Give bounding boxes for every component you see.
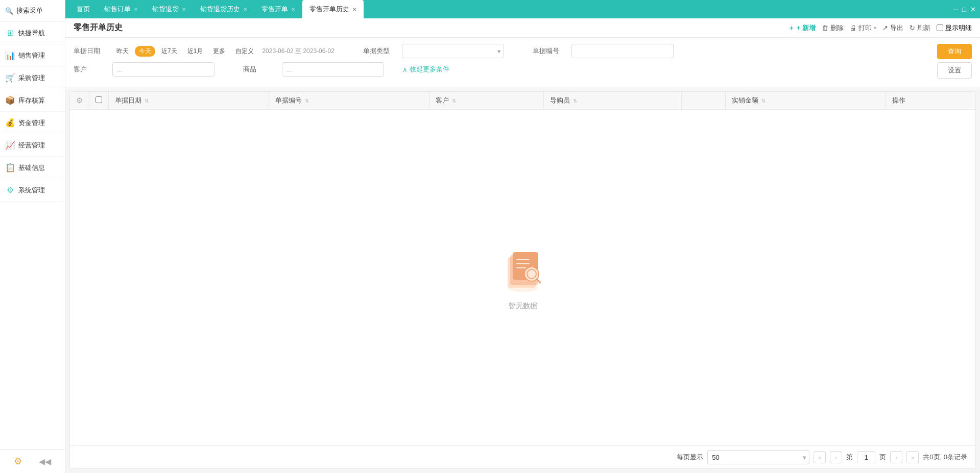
number-filter-label: 单据编号 [533, 46, 563, 56]
sidebar-item-label: 基础信息 [18, 163, 45, 172]
th-action-label: 操作 [892, 96, 905, 104]
th-number-label: 单据编号 [275, 96, 302, 104]
add-icon: ＋ [788, 23, 795, 33]
inventory-icon: 📦 [5, 95, 15, 105]
sidebar-item-finance[interactable]: 💰 资金管理 [0, 112, 65, 134]
tab-sales-order-close[interactable]: ✕ [134, 7, 138, 12]
th-amount[interactable]: 实销金额 ⇅ [726, 92, 886, 110]
tab-sales-return-label: 销货退货 [152, 5, 179, 14]
number-input[interactable] [571, 44, 674, 58]
th-customer[interactable]: 客户 ⇅ [429, 92, 544, 110]
per-page-select[interactable]: 50 10 20 100 [707, 450, 809, 464]
sidebar: 🔍 搜索采单 ⊞ 快捷导航 📊 销售管理 🛒 采购管理 📦 库存核算 💰 资金管… [0, 0, 65, 473]
refresh-button[interactable]: ↻ 刷新 [910, 23, 930, 33]
tab-retail-open-close[interactable]: ✕ [291, 7, 295, 12]
date-option-1month[interactable]: 近1月 [183, 46, 207, 57]
add-button[interactable]: ＋ + 新增 [788, 23, 816, 33]
tab-sales-return-close[interactable]: ✕ [182, 7, 186, 12]
prev-page-button[interactable]: ‹ [830, 451, 842, 463]
tabs-bar: 首页 销售订单 ✕ 销货退货 ✕ 销货退货历史 ✕ 零售开单 ✕ 零售开单历史 … [65, 0, 980, 18]
tab-retail-history-close[interactable]: ✕ [352, 7, 356, 12]
search-icon: 🔍 [5, 7, 13, 15]
export-icon: ↗ [882, 24, 888, 32]
filter-fields: 单据日期 昨天 今天 近7天 近1月 更多 自定义 2023-06-02 至 2… [74, 44, 937, 81]
query-button[interactable]: 查询 [937, 44, 972, 59]
empty-icon [497, 244, 548, 295]
sidebar-search[interactable]: 🔍 搜索采单 [0, 0, 65, 22]
refresh-icon: ↻ [910, 24, 915, 32]
empty-state: 暂无数据 [70, 110, 975, 445]
close-button[interactable]: ✕ [970, 6, 976, 13]
th-spacer [681, 92, 726, 110]
th-guide[interactable]: 导购员 ⇅ [544, 92, 681, 110]
th-settings[interactable]: ⚙ [70, 92, 89, 110]
date-option-custom[interactable]: 自定义 [231, 46, 258, 57]
delete-button[interactable]: 🗑 删除 [822, 23, 844, 33]
export-button[interactable]: ↗ 导出 [882, 23, 903, 33]
display-detail-checkbox[interactable] [937, 24, 943, 31]
delete-icon: 🗑 [822, 24, 828, 32]
minimize-button[interactable]: ─ [953, 6, 958, 13]
customer-input[interactable]: ... [112, 62, 214, 77]
date-option-today[interactable]: 今天 [135, 46, 155, 57]
ops-icon: 📈 [5, 140, 15, 150]
print-dropdown-icon: ▾ [874, 25, 876, 31]
tab-retail-open[interactable]: 零售开单 ✕ [254, 0, 302, 18]
filter-area: 单据日期 昨天 今天 近7天 近1月 更多 自定义 2023-06-02 至 2… [65, 38, 980, 87]
pagination: 每页显示 50 10 20 100 « ‹ 第 页 › [70, 445, 975, 468]
th-action: 操作 [886, 92, 975, 110]
tab-sales-return[interactable]: 销货退货 ✕ [145, 0, 193, 18]
date-option-yesterday[interactable]: 昨天 [112, 46, 133, 57]
tab-home-label: 首页 [77, 5, 90, 14]
th-number[interactable]: 单据编号 ⇅ [269, 92, 429, 110]
settings-button[interactable]: 设置 [937, 62, 972, 79]
tab-sales-order[interactable]: 销售订单 ✕ [97, 0, 145, 18]
table-gear-icon[interactable]: ⚙ [76, 96, 83, 105]
first-page-button[interactable]: « [814, 451, 826, 463]
sidebar-item-ops[interactable]: 📈 经营管理 [0, 134, 65, 157]
th-date[interactable]: 单据日期 ⇅ [109, 92, 269, 110]
tab-home[interactable]: 首页 [69, 0, 97, 18]
system-icon: ⚙ [5, 185, 15, 195]
last-page-button[interactable]: » [906, 451, 919, 463]
collapse-button[interactable]: ∧ 收起更多条件 [402, 65, 449, 74]
collapse-icon: ∧ [402, 66, 408, 73]
th-checkbox[interactable] [89, 92, 109, 110]
add-label: + 新增 [797, 23, 816, 33]
prev-page-icon: ‹ [835, 454, 837, 461]
collapse-sidebar-icon[interactable]: ◀◀ [39, 457, 51, 466]
print-icon: 🖨 [850, 24, 856, 32]
next-page-button[interactable]: › [890, 451, 902, 463]
collapse-label: 收起更多条件 [410, 65, 449, 74]
tab-retail-history[interactable]: 零售开单历史 ✕ [302, 0, 364, 18]
select-all-checkbox[interactable] [95, 96, 102, 103]
product-placeholder: ... [286, 66, 292, 73]
tab-sales-order-label: 销售订单 [104, 5, 131, 14]
settings-gear-icon[interactable]: ⚙ [14, 456, 22, 467]
sidebar-search-label: 搜索采单 [16, 6, 43, 15]
sidebar-item-inventory[interactable]: 📦 库存核算 [0, 89, 65, 112]
main-content: 首页 销售订单 ✕ 销货退货 ✕ 销货退货历史 ✕ 零售开单 ✕ 零售开单历史 … [65, 0, 980, 473]
page-number-input[interactable] [857, 451, 875, 463]
date-option-more[interactable]: 更多 [209, 46, 229, 57]
table-head: ⚙ 单据日期 ⇅ 单据编号 ⇅ [70, 92, 975, 110]
per-page-select-wrapper: 50 10 20 100 [707, 450, 809, 464]
export-label: 导出 [890, 23, 903, 33]
sidebar-item-purchase[interactable]: 🛒 采购管理 [0, 67, 65, 89]
product-input[interactable]: ... [282, 62, 384, 77]
date-option-7days[interactable]: 近7天 [157, 46, 181, 57]
print-button[interactable]: 🖨 打印 ▾ [850, 23, 876, 33]
sidebar-item-sales[interactable]: 📊 销售管理 [0, 44, 65, 67]
sidebar-item-system[interactable]: ⚙ 系统管理 [0, 179, 65, 202]
display-detail-toggle[interactable]: 显示明细 [937, 23, 972, 33]
tab-sales-return-history-close[interactable]: ✕ [243, 7, 247, 12]
sidebar-item-base[interactable]: 📋 基础信息 [0, 157, 65, 179]
maximize-button[interactable]: □ [962, 6, 966, 13]
sidebar-item-quick-nav[interactable]: ⊞ 快捷导航 [0, 22, 65, 44]
tab-sales-return-history[interactable]: 销货退货历史 ✕ [193, 0, 254, 18]
th-customer-label: 客户 [436, 96, 449, 104]
date-filter-label: 单据日期 [74, 46, 104, 56]
th-amount-sort-icon: ⇅ [761, 98, 766, 104]
base-icon: 📋 [5, 163, 15, 172]
type-select[interactable] [402, 44, 504, 58]
